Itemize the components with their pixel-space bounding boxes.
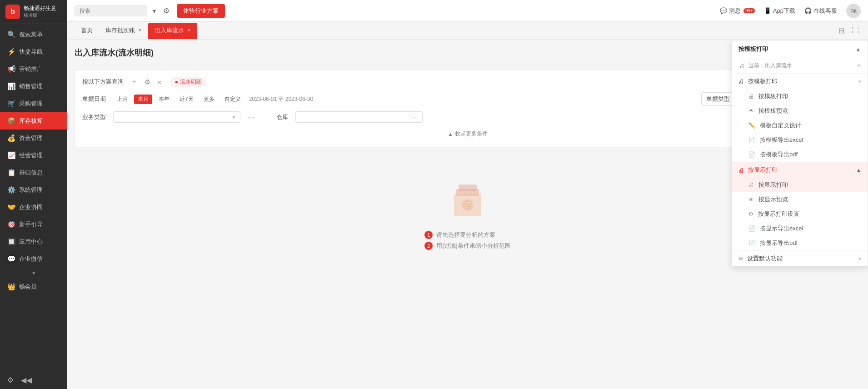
template-export-pdf-item[interactable]: 📄 按模板导出pdf <box>732 147 868 162</box>
dps-label: 按显示打印设置 <box>758 210 799 218</box>
sidebar-item-label: 快捷导航 <box>19 48 43 56</box>
biz-type-select[interactable]: ▾ <box>113 111 240 123</box>
filter-collapse-button[interactable]: « <box>156 77 163 86</box>
sidebar-scroll-down[interactable]: ▾ <box>0 268 67 278</box>
sidebar-item-label: 采购管理 <box>19 100 43 108</box>
sidebar-item-system[interactable]: ⚙️ 系统管理 <box>0 181 67 199</box>
sidebar-item-wechat[interactable]: 💬 企业微信 <box>0 250 67 268</box>
sidebar-item-search[interactable]: 🔍 搜索菜单 <box>0 26 67 43</box>
sidebar-item-operation[interactable]: 📈 经营管理 <box>0 147 67 164</box>
date-more[interactable]: 更多 <box>200 95 218 104</box>
collapse-sidebar-icon[interactable]: ◀◀ <box>21 376 32 384</box>
shortcut-icon: ⚡ <box>7 48 15 56</box>
sidebar-item-sales[interactable]: 📊 销售管理 <box>0 78 67 95</box>
filter-settings-button[interactable]: ⚙ <box>143 77 152 86</box>
sidebar-item-finance[interactable]: 💰 资金管理 <box>0 130 67 147</box>
topbar-service[interactable]: 🎧 在线客服 <box>804 7 837 15</box>
template-preview-item[interactable]: 👁 按模板预览 <box>732 104 868 118</box>
main-area: ▾ ⚙ 体验行业方案 💬 消息 99+ 📱 App下载 🎧 在线客服 Rit <box>67 0 868 389</box>
date-custom[interactable]: 自定义 <box>221 95 244 104</box>
set-default-item[interactable]: ⚙ 设置默认功能 ▾ <box>732 250 868 266</box>
member-icon: 👑 <box>7 283 15 291</box>
sidebar-item-label: 新手引导 <box>19 220 43 229</box>
topbar-app-download[interactable]: 📱 App下载 <box>764 7 795 15</box>
tab-home[interactable]: 首页 <box>75 23 99 39</box>
dropdown-collapse-button[interactable]: ▲ <box>855 46 861 53</box>
topbar-gear-icon[interactable]: ⚙ <box>163 6 170 15</box>
template-print-item[interactable]: 🖨 按模板打印 <box>732 89 868 104</box>
template-print-section-header[interactable]: 🖨 按模板打印 ▾ <box>732 73 868 89</box>
sidebar-item-shortcut[interactable]: ⚡ 快捷导航 <box>0 43 67 60</box>
display-print-section-header[interactable]: 🖨 按显示打印 ▲ <box>732 162 868 178</box>
filter-scheme-tag[interactable]: ● 流水明细 <box>170 77 206 87</box>
display-section-chevron: ▲ <box>856 167 861 173</box>
tabbar: 首页 库存批次账 ✕ 出入库流水 ✕ ⊟ ⛶ <box>67 22 868 40</box>
sidebar-item-label: 系统管理 <box>19 186 43 194</box>
display-preview-item[interactable]: 👁 按显示预览 <box>732 192 868 207</box>
date-7days[interactable]: 近7天 <box>176 95 197 104</box>
template-export-excel-item[interactable]: 📄 按模板导出excel <box>732 133 868 147</box>
tab-minimize-icon[interactable]: ⊟ <box>837 25 846 37</box>
sidebar-item-label: 经营管理 <box>19 151 43 160</box>
tc-icon: ✏️ <box>748 122 755 129</box>
purchase-icon: 🛒 <box>7 100 15 108</box>
tp2-label: 按模板导出pdf <box>760 150 798 159</box>
system-icon: ⚙️ <box>7 186 15 194</box>
sidebar-item-basic[interactable]: 📋 基础信息 <box>0 164 67 181</box>
settings-icon[interactable]: ⚙ <box>7 376 14 384</box>
collapse-up-icon: ▲ <box>448 131 453 137</box>
date-current-month[interactable]: 本月 <box>134 95 152 104</box>
tab-flow-label: 出入库流水 <box>155 26 184 35</box>
date-field-label: 单据日期 <box>82 95 106 103</box>
display-export-pdf-item[interactable]: 📄 按显示导出pdf <box>732 236 868 250</box>
sidebar-item-label: 库存核算 <box>19 117 43 125</box>
sidebar-item-marketing[interactable]: 📢 营销推广 <box>0 60 67 78</box>
topbar-dropdown-icon[interactable]: ▾ <box>153 7 156 15</box>
filter-add-button[interactable]: ＋ <box>129 77 139 87</box>
inventory-icon: 📦 <box>7 117 15 125</box>
step-num-1: 1 <box>424 231 433 239</box>
apps-icon: 🔲 <box>7 238 15 246</box>
sidebar-item-collab[interactable]: 🤝 企业协同 <box>0 199 67 216</box>
display-print-settings-item[interactable]: ⚙ 按显示打印设置 <box>732 207 868 221</box>
tab-maximize-icon[interactable]: ⛶ <box>850 25 861 37</box>
display-print-item[interactable]: 🖨 按显示打印 <box>732 178 868 192</box>
topbar-message[interactable]: 💬 消息 99+ <box>720 7 755 15</box>
guide-icon: 🎯 <box>7 220 15 229</box>
industry-btn[interactable]: 体验行业方案 <box>177 4 225 18</box>
dropdown-current-item[interactable]: 🖨 当前：出入库流水 ▾ <box>732 58 868 73</box>
topbar-search-input[interactable] <box>75 5 147 16</box>
warehouse-select[interactable]: ··· <box>295 111 423 123</box>
biz-type-more-icon[interactable]: ··· <box>248 112 254 122</box>
sidebar-item-label: 销售管理 <box>19 82 43 90</box>
sidebar-item-apps[interactable]: 🔲 应用中心 <box>0 233 67 250</box>
template-section-icon: 🖨 <box>738 78 744 85</box>
sidebar-item-inventory[interactable]: 📦 库存核算 <box>0 112 67 130</box>
marketing-icon: 📢 <box>7 65 15 73</box>
print-dropdown-panel: 按模板打印 ▲ 🖨 当前：出入库流水 ▾ 🖨 按模板打印 ▾ � <box>732 40 868 267</box>
date-prev-month[interactable]: 上月 <box>113 95 131 104</box>
te-icon: 📄 <box>748 137 755 143</box>
display-export-excel-item[interactable]: 📄 按显示导出excel <box>732 221 868 236</box>
sidebar-item-label: 企业协同 <box>19 203 43 211</box>
sidebar-item-purchase[interactable]: 🛒 采购管理 <box>0 95 67 112</box>
collapse-more-button[interactable]: ▲ 收起更多条件 <box>442 128 493 140</box>
tc-label: 模板自定义设计 <box>760 121 801 130</box>
current-label: 当前：出入库流水 <box>748 62 792 70</box>
empty-steps-list: 1 请先选择要分析的方案 2 用[过滤]条件来缩小分析范围 <box>424 231 510 253</box>
service-label: 在线客服 <box>813 7 837 15</box>
scheme-icon: ● <box>175 79 178 85</box>
date-year[interactable]: 本年 <box>155 95 173 104</box>
tab-flow[interactable]: 出入库流水 ✕ <box>148 23 197 39</box>
template-customize-item[interactable]: ✏️ 模板自定义设计 <box>732 118 868 133</box>
tab-batch[interactable]: 库存批次账 ✕ <box>99 23 148 39</box>
user-avatar[interactable]: Rit <box>846 4 861 18</box>
sidebar-item-member[interactable]: 👑 畅会员 <box>0 278 67 295</box>
template-section-label: 按模板打印 <box>748 77 778 85</box>
tab-batch-close-icon[interactable]: ✕ <box>138 27 142 33</box>
dropdown-title: 按模板打印 <box>738 45 768 53</box>
tab-flow-close-icon[interactable]: ✕ <box>187 27 191 33</box>
sidebar-item-guide[interactable]: 🎯 新手引导 <box>0 216 67 233</box>
doc-type-label: 单据类型 <box>706 95 730 103</box>
sidebar-menu: 🔍 搜索菜单 ⚡ 快捷导航 📢 营销推广 📊 销售管理 🛒 采购管理 📦 库存核… <box>0 24 67 371</box>
